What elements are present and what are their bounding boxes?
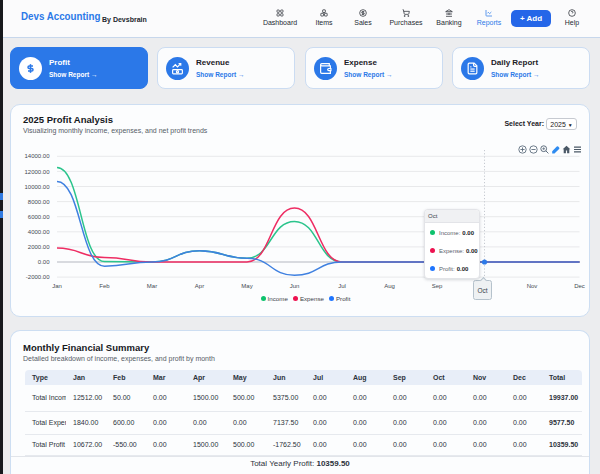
svg-text:Apr: Apr	[195, 283, 204, 289]
svg-text:Dec: Dec	[574, 283, 585, 289]
svg-text:8000.00: 8000.00	[28, 199, 50, 205]
svg-text:12000.00: 12000.00	[24, 169, 50, 175]
svg-text:10000.00: 10000.00	[24, 184, 50, 190]
svg-text:Jan: Jan	[52, 283, 62, 289]
svg-text:Aug: Aug	[384, 283, 395, 289]
svg-text:4000.00: 4000.00	[28, 229, 50, 235]
svg-text:0.00: 0.00	[38, 259, 50, 265]
svg-text:14000.00: 14000.00	[24, 153, 50, 159]
svg-text:2000.00: 2000.00	[28, 244, 50, 250]
svg-text:Jul: Jul	[338, 283, 346, 289]
svg-text:Feb: Feb	[99, 283, 110, 289]
svg-text:-2000.00: -2000.00	[26, 274, 50, 280]
svg-text:Sep: Sep	[432, 283, 443, 289]
svg-text:Jun: Jun	[290, 283, 300, 289]
svg-text:6000.00: 6000.00	[28, 214, 50, 220]
svg-text:May: May	[241, 283, 252, 289]
svg-text:Mar: Mar	[147, 283, 157, 289]
svg-text:Nov: Nov	[527, 283, 538, 289]
